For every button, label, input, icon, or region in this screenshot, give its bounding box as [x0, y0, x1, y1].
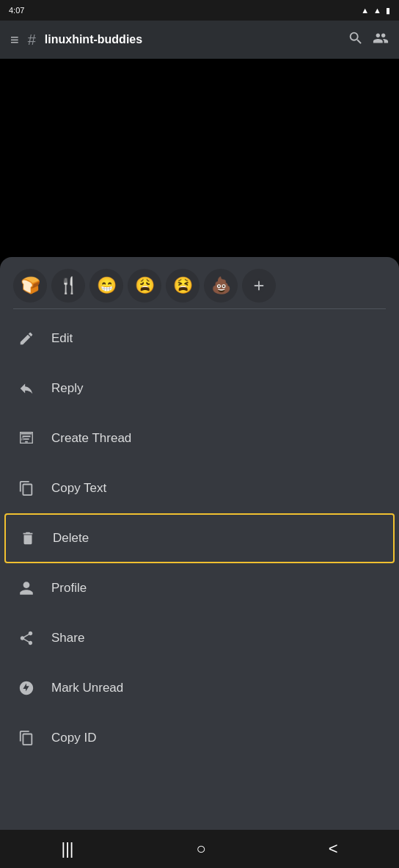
menu-item-profile[interactable]: Profile — [0, 563, 399, 613]
copy-text-icon — [15, 477, 38, 500]
menu-item-create-thread[interactable]: # Create Thread — [0, 413, 399, 463]
thread-icon: # — [15, 427, 38, 450]
copy-text-label: Copy Text — [51, 481, 106, 496]
emoji-tired[interactable]: 😫 — [166, 269, 200, 303]
channel-title: linuxhint-buddies — [45, 33, 339, 46]
mark-unread-label: Mark Unread — [51, 681, 123, 695]
share-label: Share — [51, 631, 84, 645]
profile-icon — [15, 576, 38, 600]
emoji-poop[interactable]: 💩 — [204, 269, 238, 303]
reply-icon — [15, 377, 38, 400]
emoji-weary[interactable]: 😩 — [128, 269, 161, 303]
chat-area — [0, 59, 399, 257]
emoji-reaction-row: 🍞 🍴 😁 😩 😫 💩 — [0, 257, 399, 308]
menu-item-share[interactable]: Share — [0, 613, 399, 663]
menu-item-edit[interactable]: Edit — [0, 314, 399, 364]
menu-item-copy-text[interactable]: Copy Text — [0, 463, 399, 513]
status-time: 4:07 — [9, 6, 24, 15]
signal-icon: ▲ — [361, 6, 369, 15]
home-button[interactable]: ○ — [196, 839, 205, 858]
search-icon[interactable] — [348, 30, 364, 50]
recent-apps-button[interactable]: ||| — [61, 839, 73, 858]
menu-item-delete[interactable]: Delete ⬅ — [4, 513, 395, 563]
battery-icon: ▮ — [386, 6, 390, 15]
members-icon[interactable] — [373, 30, 389, 50]
menu-item-mark-unread[interactable]: Mark Unread — [0, 663, 399, 713]
copy-id-label: Copy ID — [51, 731, 96, 745]
wifi-icon: ▲ — [373, 6, 381, 15]
trash-icon — [16, 527, 40, 550]
context-menu-list: Edit Reply # Create Thread Copy Text — [0, 309, 399, 767]
emoji-add-button[interactable] — [242, 269, 276, 303]
bottom-nav: ||| ○ < — [0, 830, 399, 868]
edit-icon — [15, 327, 38, 350]
create-thread-label: Create Thread — [51, 431, 131, 446]
menu-item-copy-id[interactable]: Copy ID — [0, 713, 399, 763]
edit-label: Edit — [51, 331, 73, 346]
profile-label: Profile — [51, 581, 87, 596]
status-icons: ▲ ▲ ▮ — [361, 6, 390, 15]
flag-icon — [15, 676, 38, 700]
hash-icon: # — [28, 32, 36, 48]
emoji-grin[interactable]: 😁 — [89, 269, 123, 303]
context-menu-panel: 🍞 🍴 😁 😩 😫 💩 Edit Reply # — [0, 257, 399, 830]
menu-item-reply[interactable]: Reply — [0, 364, 399, 413]
emoji-fork-knife[interactable]: 🍴 — [51, 269, 85, 303]
status-bar: 4:07 ▲ ▲ ▮ — [0, 0, 399, 21]
copy-id-icon — [15, 726, 38, 750]
reply-label: Reply — [51, 381, 83, 396]
back-button[interactable]: < — [329, 839, 338, 858]
top-nav: ≡ # linuxhint-buddies — [0, 21, 399, 59]
hamburger-icon[interactable]: ≡ — [10, 32, 19, 48]
share-icon — [15, 626, 38, 650]
emoji-bread[interactable]: 🍞 — [13, 269, 47, 303]
delete-label: Delete — [53, 531, 89, 546]
